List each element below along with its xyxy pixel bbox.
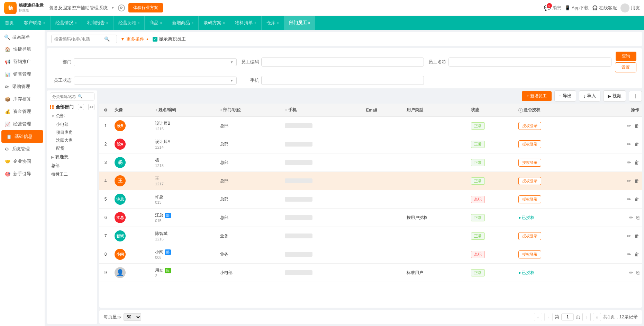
edit-icon[interactable]: ✏ [629, 215, 633, 220]
message-wrapper[interactable]: 💬 5 消息 [544, 5, 561, 11]
dept-node-zhishu[interactable]: 植树王二 [48, 170, 97, 179]
emp-status-select[interactable]: ▼ [74, 77, 237, 85]
dept-node-zongbu2[interactable]: 总部 [48, 161, 97, 170]
delete-icon[interactable]: 🗑 [634, 178, 639, 184]
col-dept[interactable]: ↕ 部门/职位 [217, 104, 282, 117]
search-btn-icon[interactable]: 🔍 [104, 36, 110, 42]
dept-edit-icon[interactable]: ✏ [78, 104, 84, 110]
dept-collapse-btn[interactable]: << [88, 104, 94, 110]
search-box[interactable]: 🔍 [51, 35, 117, 43]
dept-node-shuanglu[interactable]: ▶双鹿想 [48, 152, 97, 161]
settings-icon[interactable]: ⚙ [118, 5, 125, 11]
sidebar-item-quicknav[interactable]: 🏠 快捷导航 [0, 43, 45, 55]
user-area[interactable]: 用友 [620, 3, 640, 12]
sidebar-item-sales[interactable]: 📊 销售管理 [0, 68, 45, 80]
tab-goods[interactable]: 商品× [145, 16, 167, 30]
tab-bom[interactable]: 物料清单× [230, 16, 262, 30]
emp-name-input[interactable] [448, 58, 611, 67]
dept-search-icon[interactable]: 🔍 [78, 94, 83, 99]
delete-icon[interactable]: 🗑 [634, 160, 639, 165]
more-conditions[interactable]: ▼ 更多条件 ▲ [120, 36, 149, 42]
checkbox-checked[interactable]: ✓ [153, 37, 157, 42]
last-page-btn[interactable]: » [593, 313, 601, 321]
row-auth[interactable]: 授权登录 [516, 172, 585, 190]
auth-button[interactable]: 授权登录 [518, 250, 541, 258]
import-button[interactable]: ↓ 导入 [579, 90, 601, 102]
sidebar-item-inventory[interactable]: 📦 库存核算 [0, 93, 45, 105]
app-download[interactable]: 📱 App下载 [565, 5, 589, 11]
page-number-input[interactable] [561, 314, 574, 320]
edit-icon[interactable]: ✏ [627, 233, 631, 239]
dept-node-zongbu[interactable]: ▼总部 [48, 112, 97, 121]
dept-child-peihuo[interactable]: 配货 [53, 144, 97, 152]
first-page-btn[interactable]: « [534, 313, 542, 321]
col-name[interactable]: ↕ 姓名/编码 [152, 104, 217, 117]
sidebar-item-cooperation[interactable]: 🤝 企业协同 [0, 155, 45, 168]
tab-warehouse[interactable]: 仓库× [262, 16, 284, 30]
auth-button[interactable]: 授权登录 [518, 232, 541, 240]
col-phone[interactable]: ↕ 手机 [282, 104, 363, 117]
query-button[interactable]: 查询 [616, 52, 636, 61]
sidebar-search[interactable]: 🔍 搜索菜单 [0, 31, 45, 43]
tab-home[interactable]: 首页 [0, 16, 19, 30]
edit-icon[interactable]: ✏ [627, 178, 631, 184]
tab-employees[interactable]: 部门员工× [284, 16, 315, 30]
sidebar-item-purchase[interactable]: 🛍 采购管理 [0, 80, 45, 93]
dept-child-shenyang[interactable]: 沈阳大库 [53, 136, 97, 144]
show-resigned[interactable]: ✓ 显示离职员工 [153, 36, 186, 42]
copy-icon[interactable]: ⎘ [636, 270, 639, 275]
tab-customer[interactable]: 客户联络× [19, 16, 51, 30]
delete-icon[interactable]: 🗑 [634, 123, 639, 129]
prev-page-btn[interactable]: ‹ [544, 313, 553, 321]
auth-button[interactable]: 授权登录 [518, 122, 541, 130]
auth-button[interactable]: 授权登录 [518, 159, 541, 167]
page-size-select[interactable]: 50 20 100 [124, 313, 141, 321]
help-button[interactable]: ｜ [629, 91, 642, 102]
row-auth[interactable]: 授权登录 [516, 135, 585, 153]
next-page-btn[interactable]: › [582, 313, 591, 321]
dropdown-arrow[interactable]: ▼ [111, 6, 115, 10]
delete-icon[interactable]: 🗑 [634, 196, 639, 202]
sidebar-item-operation[interactable]: 📈 经营管理 [0, 118, 45, 130]
search-input[interactable] [54, 37, 103, 42]
auth-button[interactable]: 授权登录 [518, 177, 541, 185]
settings-button[interactable]: 设置 [615, 62, 636, 72]
sidebar-item-system[interactable]: ⚙ 系统管理 [0, 143, 45, 155]
all-dept-btn[interactable]: 全部部门 [50, 104, 74, 110]
auth-button[interactable]: 授权登录 [518, 195, 541, 203]
delete-icon[interactable]: 🗑 [634, 141, 639, 147]
edit-icon[interactable]: ✏ [627, 252, 631, 257]
tab-barcode[interactable]: 条码方案× [199, 16, 230, 30]
online-service[interactable]: 🎧 在线客服 [592, 5, 617, 11]
phone-input[interactable] [261, 76, 424, 85]
dept-select[interactable]: ▼ [74, 58, 237, 66]
delete-icon[interactable]: 🗑 [634, 233, 639, 239]
view-button[interactable]: ▶ 视频 [603, 90, 626, 102]
trial-button[interactable]: 体验行业方案 [128, 3, 163, 12]
tab-add-goods[interactable]: 新增商品× [167, 16, 199, 30]
row-auth[interactable]: 授权登录 [516, 117, 585, 135]
sidebar-item-basic[interactable]: 📋 基础信息 [1, 130, 43, 143]
dept-child-project[interactable]: 项目库房 [53, 129, 97, 136]
tab-process[interactable]: 经营历程× [114, 16, 145, 30]
dept-child-xiaodianbu[interactable]: 小电部 [53, 121, 97, 129]
sidebar-item-capital[interactable]: 💰 资金管理 [0, 105, 45, 118]
sidebar-item-guide[interactable]: 🎯 新手引导 [0, 168, 45, 180]
tab-profit[interactable]: 利润报告× [82, 16, 114, 30]
row-auth[interactable]: 授权登录 [516, 227, 585, 245]
dept-search-box[interactable]: 🔍 [50, 92, 94, 100]
copy-icon[interactable]: ⎘ [636, 215, 639, 220]
col-settings[interactable]: ⚙ [99, 104, 112, 117]
edit-icon[interactable]: ✏ [627, 141, 631, 147]
tab-operation[interactable]: 经营情况× [51, 16, 82, 30]
auth-button[interactable]: 授权登录 [518, 140, 541, 148]
edit-icon[interactable]: ✏ [627, 160, 631, 165]
edit-icon[interactable]: ✏ [627, 123, 631, 129]
row-auth[interactable]: 授权登录 [516, 190, 585, 209]
add-employee-button[interactable]: + 新增员工 [522, 91, 552, 101]
export-button[interactable]: ↑ 导出 [554, 90, 576, 102]
dept-search-input[interactable] [52, 95, 76, 99]
edit-icon[interactable]: ✏ [629, 270, 633, 275]
delete-icon[interactable]: 🗑 [634, 252, 639, 257]
emp-code-input[interactable] [261, 58, 424, 67]
